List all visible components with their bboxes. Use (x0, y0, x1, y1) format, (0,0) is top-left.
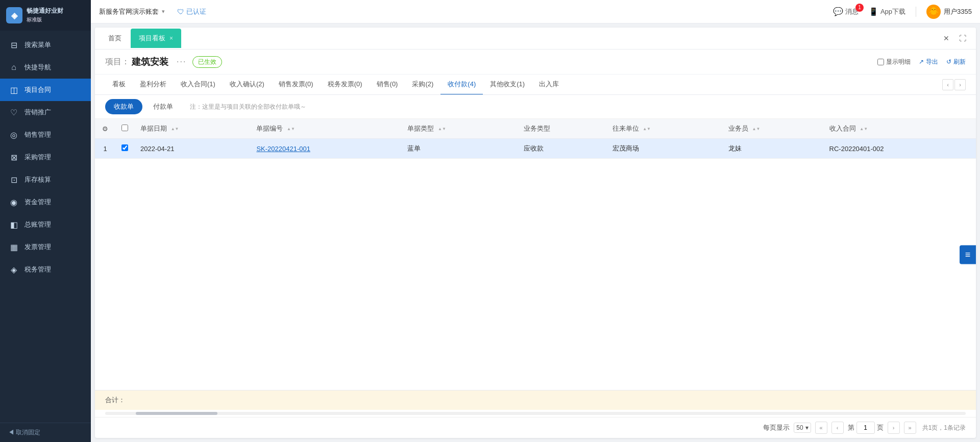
inventory-icon: ⊡ (8, 174, 19, 185)
sidebar-item-sales[interactable]: ◎ 销售管理 (0, 124, 91, 146)
sidebar-item-label: 营销推广 (24, 108, 51, 117)
scrollbar-track[interactable] (105, 412, 966, 415)
maximize-button[interactable]: ⛶ (955, 31, 970, 45)
tab-tax-invoice[interactable]: 税务发票(0) (321, 75, 370, 95)
subtab2bar: 收款单 付款单 注：这里是与项目关联的全部收付款单哦～ (95, 95, 976, 119)
tabbar-actions: ✕ ⛶ (939, 31, 970, 45)
show-detail-checkbox[interactable]: 显示明细 (877, 58, 911, 66)
subtabbar: 看板 盈利分析 收入合同(1) 收入确认(2) 销售发票(0) 税务发票(0) … (95, 75, 976, 95)
type-column-header[interactable]: 单据类型 ▲▼ (401, 119, 517, 139)
tab-payment[interactable]: 收付款(4) (440, 75, 483, 95)
project-header-right: 显示明细 ↗ 导出 ↺ 刷新 (877, 58, 966, 66)
sidebar-item-invoice[interactable]: ▦ 发票管理 (0, 236, 91, 258)
row-biz-type-cell: 应收款 (518, 139, 606, 159)
user-menu[interactable]: 🐥 用户3355 (926, 5, 972, 19)
table-footer: 合计： (95, 390, 976, 410)
tab-other-expense[interactable]: 其他收支(1) (483, 75, 532, 95)
project-more-button[interactable]: ··· (177, 57, 186, 66)
sidebar-item-purchase[interactable]: ⊠ 采购管理 (0, 146, 91, 168)
total-pages-info: 共1页，1条记录 (922, 424, 966, 432)
row-number-cell[interactable]: SK-20220421-001 (250, 139, 401, 159)
last-page-button[interactable]: » (904, 422, 916, 434)
app-download-button[interactable]: 📱 App下载 (869, 7, 905, 16)
date-column-header[interactable]: 单据日期 ▲▼ (134, 119, 250, 139)
tab-kanban[interactable]: 看板 (105, 75, 133, 95)
tabbar: 首页 项目看板 × ✕ ⛶ (95, 28, 976, 50)
select-all-checkbox[interactable] (121, 125, 128, 131)
content-panel: 首页 项目看板 × ✕ ⛶ 项目： 建筑安装 ··· 已生效 显示明细 (95, 28, 976, 438)
user-avatar: 🐥 (926, 5, 941, 19)
verified-badge: 🛡 已认证 (177, 7, 206, 16)
message-badge: 1 (855, 4, 864, 12)
tab-income-contract[interactable]: 收入合同(1) (174, 75, 223, 95)
export-button[interactable]: ↗ 导出 (919, 58, 938, 66)
sidebar-item-ledger[interactable]: ◧ 总账管理 (0, 213, 91, 236)
sidebar-item-label: 销售管理 (24, 130, 51, 139)
sidebar-item-project[interactable]: ◫ 项目合同 (0, 79, 91, 101)
sidebar-item-tax[interactable]: ◈ 税务管理 (0, 258, 91, 281)
scrollbar-thumb[interactable] (136, 412, 217, 415)
prev-page-button[interactable]: ‹ (831, 422, 844, 434)
sidebar-item-marketing[interactable]: ♡ 营销推广 (0, 101, 91, 124)
sidebar-item-label: 项目合同 (24, 85, 51, 94)
verified-label: 已认证 (186, 7, 206, 16)
settings-column-header[interactable]: ⚙ (95, 119, 115, 139)
sidebar-item-search[interactable]: ⊟ 搜索菜单 (0, 34, 91, 56)
message-button[interactable]: 💬 消息 1 (833, 7, 859, 16)
sidebar-logo: ◈ 畅捷通好业财 标准版 (0, 0, 91, 31)
subtab2-receipt-label: 收款单 (114, 103, 134, 110)
row-check-cell[interactable] (115, 139, 134, 159)
tab-profit[interactable]: 盈利分析 (133, 75, 174, 95)
app-name: 畅捷通好业财 (27, 7, 63, 15)
page-prefix: 第 (848, 423, 854, 432)
tab-sales-invoice[interactable]: 销售发票(0) (272, 75, 321, 95)
sidebar-item-finance[interactable]: ◉ 资金管理 (0, 191, 91, 213)
biz-type-column-header: 业务类型 (518, 119, 606, 139)
home-tab[interactable]: 首页 (101, 28, 129, 49)
page-input[interactable] (856, 422, 875, 434)
tab-income-confirm[interactable]: 收入确认(2) (223, 75, 272, 95)
project-status-badge: 已生效 (192, 56, 222, 68)
tab-purchase[interactable]: 采购(2) (405, 75, 440, 95)
table-row[interactable]: 1 2022-04-21 SK-20220421-001 蓝单 应收款 宏茂商场… (95, 139, 976, 159)
sidebar-item-quicknav[interactable]: ⌂ 快捷导航 (0, 56, 91, 79)
row-partner-cell: 宏茂商场 (606, 139, 722, 159)
topbar-divider (916, 7, 916, 17)
sidebar-item-inventory[interactable]: ⊡ 库存核算 (0, 168, 91, 191)
next-page-button[interactable]: › (888, 422, 900, 434)
page-suffix: 页 (877, 423, 884, 432)
export-icon: ↗ (919, 58, 924, 65)
account-selector[interactable]: 新服务官网演示账套 ▾ (99, 7, 165, 16)
partner-column-header[interactable]: 往来单位 ▲▼ (606, 119, 722, 139)
subtab-prev-button[interactable]: ‹ (942, 79, 953, 90)
tab-sales[interactable]: 销售(0) (370, 75, 405, 95)
row-checkbox[interactable] (121, 144, 128, 151)
refresh-button[interactable]: ↺ 刷新 (946, 58, 966, 66)
subtab-next-button[interactable]: › (954, 79, 966, 90)
tab-inout[interactable]: 出入库 (532, 75, 566, 95)
app-version: 标准版 (27, 16, 63, 23)
project-header: 项目： 建筑安装 ··· 已生效 显示明细 ↗ 导出 ↺ 刷新 (95, 50, 976, 75)
income-contract-column-header[interactable]: 收入合同 ▲▼ (823, 119, 976, 139)
tab-close-button[interactable]: × (169, 35, 173, 41)
subtab2-note: 注：这里是与项目关联的全部收付款单哦～ (190, 103, 306, 111)
ledger-icon: ◧ (8, 219, 19, 230)
horizontal-scrollbar[interactable] (95, 410, 976, 417)
project-title: 建筑安装 (132, 56, 168, 68)
page-size-select[interactable]: 50 ▾ (794, 423, 811, 433)
close-window-button[interactable]: ✕ (939, 31, 953, 45)
row-salesperson-cell: 龙妹 (722, 139, 823, 159)
message-icon: 💬 (833, 7, 843, 16)
number-column-header[interactable]: 单据编号 ▲▼ (250, 119, 401, 139)
first-page-button[interactable]: « (815, 422, 827, 434)
subtab2-payment[interactable]: 付款单 (144, 99, 182, 114)
salesperson-column-header[interactable]: 业务员 ▲▼ (722, 119, 823, 139)
subtab2-receipt[interactable]: 收款单 (105, 99, 142, 114)
invoice-icon: ▦ (8, 241, 19, 253)
active-tab[interactable]: 项目看板 × (131, 29, 181, 48)
side-panel-button[interactable]: ≡ (960, 245, 976, 264)
unpin-button[interactable]: ◀ 取消固定 (0, 423, 91, 442)
subtab2-payment-label: 付款单 (153, 103, 173, 110)
date-sort-icon: ▲▼ (171, 127, 179, 131)
show-detail-input[interactable] (877, 59, 884, 65)
